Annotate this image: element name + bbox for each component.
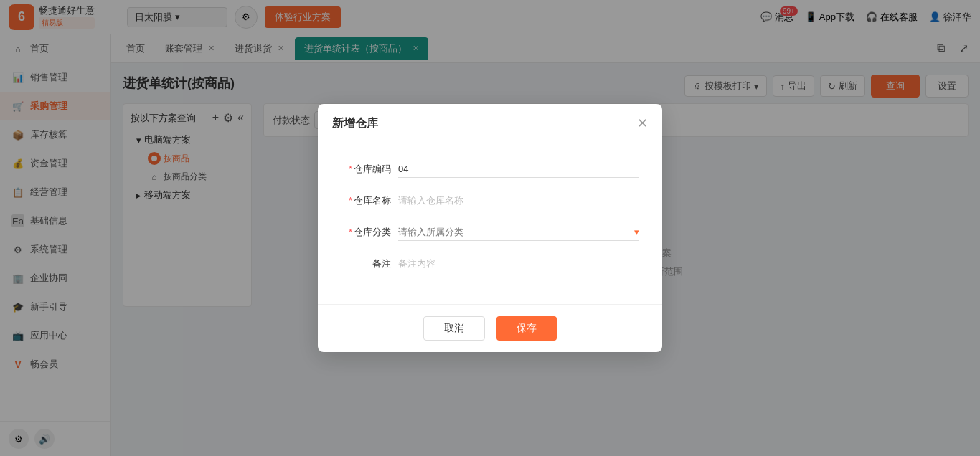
warehouse-category-select[interactable]: ▾ [398, 224, 639, 241]
warehouse-note-row: 备注 [341, 255, 639, 272]
modal-new-warehouse: 新增仓库 ✕ 仓库编码 仓库名称 仓库分类 ▾ 备注 [318, 104, 662, 352]
modal-body: 仓库编码 仓库名称 仓库分类 ▾ 备注 [318, 143, 662, 304]
warehouse-category-label: 仓库分类 [341, 226, 398, 239]
warehouse-note-input[interactable] [398, 255, 639, 272]
warehouse-name-input[interactable] [398, 192, 639, 209]
warehouse-category-row: 仓库分类 ▾ [341, 224, 639, 241]
cancel-button[interactable]: 取消 [423, 316, 485, 341]
modal-close-button[interactable]: ✕ [637, 115, 648, 131]
warehouse-note-label: 备注 [341, 257, 398, 270]
warehouse-category-input[interactable] [398, 227, 634, 237]
modal-header: 新增仓库 ✕ [318, 104, 662, 143]
modal-overlay[interactable]: 新增仓库 ✕ 仓库编码 仓库名称 仓库分类 ▾ 备注 [0, 0, 980, 456]
warehouse-name-row: 仓库名称 [341, 192, 639, 209]
category-chevron-icon: ▾ [634, 227, 639, 237]
warehouse-code-input[interactable] [398, 161, 639, 178]
warehouse-name-label: 仓库名称 [341, 194, 398, 207]
save-button[interactable]: 保存 [496, 316, 557, 341]
modal-footer: 取消 保存 [318, 304, 662, 352]
warehouse-code-label: 仓库编码 [341, 163, 398, 176]
modal-title: 新增仓库 [332, 116, 378, 131]
warehouse-code-row: 仓库编码 [341, 161, 639, 178]
